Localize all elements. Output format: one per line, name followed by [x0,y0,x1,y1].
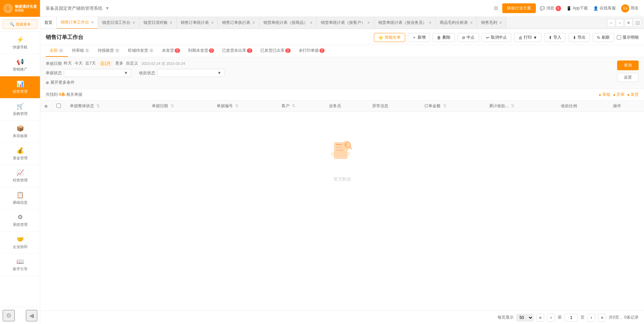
tab-close-profit[interactable]: ✕ [470,21,473,25]
search-menu-button[interactable]: 🔍 搜索菜单 [3,19,37,29]
app-download-button[interactable]: 📱 App下载 [566,5,588,11]
select-all-checkbox[interactable] [56,104,61,108]
tab-sales-stats-product[interactable]: 销货单统计表（按商品） ✕ [259,17,317,29]
tab-scroll-left[interactable]: ‹ [607,19,615,27]
date-option-custom[interactable]: 自定义 [126,60,138,67]
ship-action-button[interactable]: ● 发货 [627,92,639,97]
tab-close-stats[interactable]: ✕ [211,21,214,25]
system-dropdown-icon[interactable]: ▼ [105,6,110,11]
sidebar-item-marketing[interactable]: 📢 营销推广 [0,54,40,76]
sidebar-item-finance[interactable]: 💰 资金管理 [0,143,40,165]
date-option-7days[interactable]: 近7天 [85,60,96,67]
smart-create-button[interactable]: ⭐ 智能生单 [374,33,405,42]
cancel-suspend-button[interactable]: ↩ 取消中止 [482,33,511,42]
tab-close-exec[interactable]: ✕ [252,21,255,25]
tab-sales-order-stats[interactable]: 销售订单统计表 ✕ [177,17,218,29]
export-button[interactable]: ⬇ 导出 [568,33,590,42]
sidebar-item-quick-nav[interactable]: ⚡ 快捷导航 [0,32,40,54]
suspend-button[interactable]: ⊘ 中止 [458,33,479,42]
sub-tab-overdue-unshipped[interactable]: 到期未发货0 [184,45,218,57]
last-page-button[interactable]: » [598,314,606,322]
tab-goods-profit[interactable]: 商品毛利分析表 ✕ [436,17,477,29]
tab-sales-order-exec[interactable]: 销售订单执行表 ✕ [218,17,259,29]
sub-tab-pending-inspect[interactable]: 待拣验货0 [94,45,124,57]
message-button[interactable]: 💬 消息 6 [540,5,561,11]
tab-close-staff[interactable]: ✕ [429,21,431,25]
sidebar-item-inventory[interactable]: 📦 库存核算 [0,121,40,143]
sort-customer[interactable]: ⇅ [292,104,295,108]
date-option-today[interactable]: 今天 [75,60,83,67]
cancel-review-action-button[interactable]: ● 弃审 [613,92,625,97]
filter-settings-button[interactable]: 设置 [617,73,639,82]
tab-close-all[interactable]: ✕ [625,19,633,27]
tab-close-cash-daily[interactable]: ✕ [132,21,135,25]
query-button[interactable]: 查询 [617,60,639,70]
tab-sales-stats-staff[interactable]: 销货单统计表（按业务员） ✕ [374,17,436,29]
current-page-input[interactable] [564,314,578,322]
sidebar-item-operations[interactable]: 📈 经营管理 [0,165,40,187]
date-option-1month[interactable]: 近1月 [98,60,113,67]
review-action-button[interactable]: ● 审核 [599,92,610,97]
sub-tab-shipped-not-out[interactable]: 已发货未出库0 [218,45,256,57]
next-page-button[interactable]: › [587,314,595,322]
topbar-settings-icon[interactable]: ⚙ [493,5,498,11]
sub-tab-unprinted[interactable]: 未打印单据0 [295,45,329,57]
add-button[interactable]: ＋ 新增 [408,33,430,42]
show-detail-label[interactable]: 显示明细 [617,35,639,40]
tab-close-sales-order[interactable]: ✕ [91,21,94,24]
tab-close-sales-profit[interactable]: ✕ [499,21,502,25]
th-bill-number[interactable]: 单据编号 ⇅ [213,100,277,112]
industry-solution-button[interactable]: 体验行业方案 [502,3,536,13]
refresh-button[interactable]: ↻ 刷新 [593,33,614,42]
th-order-amount[interactable]: 订单金额 ⇅ [420,100,485,112]
th-bill-status[interactable]: 单据整体状态 ⇅ [66,100,148,112]
tab-maximize[interactable]: ⬜ [633,19,641,27]
tab-sales-order-workbench[interactable]: 销售订单工作台 ✕ [57,17,98,29]
th-cumulative-payment[interactable]: 累计收款... ⇅ [485,100,557,112]
date-option-yesterday[interactable]: 昨天 [64,60,72,67]
first-page-button[interactable]: « [536,314,544,322]
sub-tab-pending-review[interactable]: 待审核0 [68,45,94,57]
prev-page-button[interactable]: ‹ [547,314,555,322]
status-select[interactable]: ▼ [64,69,131,77]
payment-select[interactable]: ▼ [157,69,224,77]
print-button[interactable]: 🖨 打印 ▼ [514,33,542,42]
th-customer[interactable]: 客户 ⇅ [277,100,325,112]
tab-scroll-right[interactable]: › [616,19,624,27]
tab-cash-goods-reconcile[interactable]: 钱货日清对账 ✕ [139,17,177,29]
sidebar-item-enterprise[interactable]: 🤝 企业协同 [0,232,40,254]
tab-cash-daily-workbench[interactable]: 钱货日清工作台 ✕ [98,17,139,29]
sidebar-collapse-button[interactable]: ◀ [26,310,37,321]
th-checkbox[interactable] [52,100,66,112]
tab-close-product[interactable]: ✕ [310,21,312,25]
sort-amount[interactable]: ⇅ [443,104,446,108]
tab-sales-stats-customer[interactable]: 销货单统计表（按客户） ✕ [317,17,374,29]
online-service-button[interactable]: 👤 在线客服 [593,5,616,11]
sidebar-item-purchase[interactable]: 🛒 采购管理 [0,98,40,121]
sidebar-item-sales[interactable]: 📊 销售管理 [0,76,40,98]
expand-filter-button[interactable]: ⊕ 展开更多条件 [46,80,610,85]
sidebar-item-base-info[interactable]: 📋 基础信息 [0,187,40,209]
import-button[interactable]: ⬆ 导入 [544,33,566,42]
tab-sales-profit[interactable]: 销售毛利 ✕ [477,17,506,29]
sidebar-item-system[interactable]: ⚙ 系统管理 [0,209,40,232]
tab-home[interactable]: 首页 [40,17,57,29]
th-col-settings[interactable]: ⊕ [40,100,52,112]
delete-button[interactable]: 🗑 删除 [433,33,455,42]
sidebar-settings-button[interactable]: ⚙ [3,310,15,321]
sort-payment[interactable]: ⇅ [511,104,514,108]
sub-tab-shipped-out[interactable]: 已发货已出库0 [256,45,295,57]
tab-close-cash-goods[interactable]: ✕ [170,21,172,25]
sort-bill-number[interactable]: ⇅ [235,104,239,108]
col-settings-icon[interactable]: ⊕ [44,104,48,109]
sub-tab-wangpu-pending[interactable]: 旺铺待发货0 [124,45,158,57]
date-option-more[interactable]: 更多 [115,60,123,67]
sub-tab-not-shipped[interactable]: 未发货0 [158,45,184,57]
show-detail-checkbox[interactable] [617,35,621,40]
tab-close-customer[interactable]: ✕ [367,21,370,25]
th-bill-date[interactable]: 单据日期 ⇅ [148,100,213,112]
user-menu-button[interactable]: Ea 用友 [621,4,639,12]
sidebar-item-guide[interactable]: 📖 新手引导 [0,254,40,276]
sort-bill-status[interactable]: ⇅ [96,104,100,108]
sort-bill-date[interactable]: ⇅ [171,104,174,108]
